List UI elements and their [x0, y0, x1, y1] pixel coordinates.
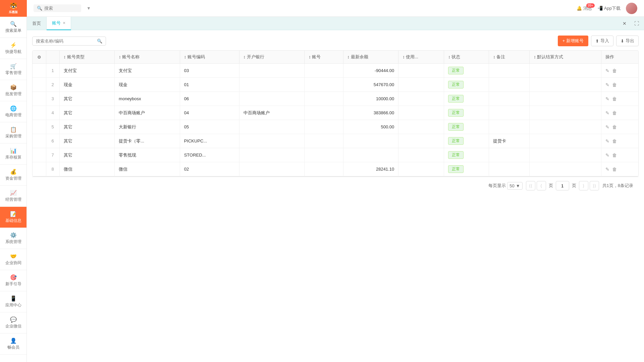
row-actions: ✎ 🗑 — [601, 162, 638, 176]
search-input[interactable] — [36, 39, 95, 44]
tab-account-close[interactable]: ✕ — [63, 21, 65, 25]
sidebar-item-inventory-label: 库存核算 — [1, 155, 25, 160]
col-remark-header[interactable]: ↕ 备注 — [489, 51, 530, 64]
sidebar-item-quick-nav-label: 快捷导航 — [1, 49, 25, 55]
sidebar-item-system-mgmt[interactable]: ⚙️ 系统管理 — [0, 228, 26, 249]
row-status: 正常 — [444, 106, 489, 120]
page-size-dropdown[interactable]: 50 ▼ — [507, 182, 522, 190]
tab-home[interactable]: 首页 — [27, 17, 47, 30]
page-last-button[interactable]: ⟩⟩ — [590, 181, 599, 190]
sidebar-item-ecommerce-mgmt[interactable]: 🌐 电商管理 — [0, 101, 26, 122]
status-badge: 正常 — [448, 95, 464, 103]
page-next-button[interactable]: ⟩ — [579, 181, 588, 190]
import-button[interactable]: ⬆ 导入 — [591, 36, 613, 46]
row-latest-balance: -90444.00 — [343, 64, 398, 78]
sidebar-item-inventory[interactable]: 📊 库存核算 — [0, 143, 26, 165]
col-latest-balance-header[interactable]: ↕ 最新余额 — [343, 51, 398, 64]
sidebar-item-purchase-mgmt[interactable]: 📋 采购管理 — [0, 122, 26, 143]
edit-icon[interactable]: ✎ — [605, 68, 609, 73]
row-index: 5 — [46, 120, 59, 134]
delete-icon[interactable]: 🗑 — [612, 153, 617, 158]
table-row: 1 支付宝 支付宝 03 -90444.00 正常 ✎ 🗑 — [33, 64, 638, 78]
sidebar-item-enterprise-agreement[interactable]: 🤝 企业协同 — [0, 249, 26, 270]
add-account-button[interactable]: + 新增账号 — [558, 36, 588, 46]
sidebar-item-app-center[interactable]: 📱 应用中心 — [0, 291, 26, 312]
sidebar-item-enterprise-wechat[interactable]: 💬 企业微信 — [0, 312, 26, 334]
row-status: 正常 — [444, 148, 489, 162]
row-account-type: 其它 — [59, 134, 115, 148]
col-account-no-header[interactable]: ↕ 账号 — [305, 51, 343, 64]
tab-maximize-button[interactable]: ⛶ — [632, 19, 641, 28]
export-button[interactable]: ⬇ 导出 — [616, 36, 639, 46]
sidebar-item-member[interactable]: 👤 畅会员 — [0, 334, 26, 355]
messages-badge: 99+ — [586, 3, 595, 8]
row-usage — [398, 134, 444, 148]
sidebar-item-wholesale-mgmt[interactable]: 📦 批发管理 — [0, 80, 26, 101]
page-prev-button[interactable]: ⟨ — [537, 181, 546, 190]
sidebar-item-basic-info[interactable]: 📝 基础信息 — [0, 207, 26, 228]
delete-icon[interactable]: 🗑 — [612, 96, 617, 102]
status-badge: 正常 — [448, 81, 464, 88]
sidebar-item-finance-mgmt[interactable]: 💰 资金管理 — [0, 165, 26, 186]
edit-icon[interactable]: ✎ — [605, 82, 609, 87]
col-usage-header[interactable]: ↕ 使用... — [398, 51, 444, 64]
delete-icon[interactable]: 🗑 — [612, 110, 617, 116]
app-download-button[interactable]: 📲 App下载 — [597, 5, 621, 11]
col-account-type-header[interactable]: ↕ 账号类型 — [59, 51, 115, 64]
edit-icon[interactable]: ✎ — [605, 138, 609, 144]
col-account-name-header[interactable]: ↕ 账号名称 — [115, 51, 180, 64]
tab-close-button[interactable]: ✕ — [620, 19, 629, 28]
delete-icon[interactable]: 🗑 — [612, 138, 617, 144]
col-default-settlement-header[interactable]: ↕ 默认结算方式 — [530, 51, 601, 64]
topbar-search-box[interactable]: 🔍 — [34, 4, 81, 12]
row-account-no — [305, 162, 343, 176]
edit-icon[interactable]: ✎ — [605, 110, 609, 116]
sidebar-item-new-guide[interactable]: 🎯 新手引导 — [0, 270, 26, 291]
edit-icon[interactable]: ✎ — [605, 96, 609, 102]
page-first-button[interactable]: ⟨⟨ — [526, 181, 535, 190]
col-opening-bank-header[interactable]: ↕ 开户银行 — [239, 51, 305, 64]
page-number-input[interactable]: 1 — [556, 181, 569, 190]
sidebar-item-retail-mgmt[interactable]: 🛒 零售管理 — [0, 59, 26, 80]
row-account-no — [305, 64, 343, 78]
sidebar-item-search-menu[interactable]: 🔍 搜索菜单 — [0, 17, 26, 38]
sidebar-item-quick-nav[interactable]: ⚡ 快捷导航 — [0, 38, 26, 59]
table-row: 8 微信 微信 02 28241.10 正常 ✎ 🗑 — [33, 162, 638, 176]
row-account-name: 零售抵现 — [115, 148, 180, 162]
topbar-search-input[interactable] — [44, 6, 78, 11]
row-actions: ✎ 🗑 — [601, 78, 638, 92]
basic-info-icon: 📝 — [1, 211, 25, 217]
search-icon: 🔍 — [97, 39, 102, 44]
edit-icon[interactable]: ✎ — [605, 153, 609, 158]
total-info: 共1页，8条记录 — [602, 183, 633, 189]
row-account-no — [305, 92, 343, 106]
edit-icon[interactable]: ✎ — [605, 167, 609, 172]
purchase-icon: 📋 — [1, 126, 25, 133]
sidebar-item-search-menu-label: 搜索菜单 — [1, 28, 25, 34]
row-default-settlement — [530, 162, 601, 176]
delete-icon[interactable]: 🗑 — [612, 68, 617, 73]
row-default-settlement — [530, 92, 601, 106]
sidebar-item-operation-mgmt[interactable]: 📈 经营管理 — [0, 186, 26, 207]
delete-icon[interactable]: 🗑 — [612, 124, 617, 130]
row-remark — [489, 162, 530, 176]
page-size-value: 50 — [509, 183, 514, 188]
row-remark — [489, 92, 530, 106]
row-latest-balance: 383866.00 — [343, 106, 398, 120]
finance-icon: 💰 — [1, 169, 25, 175]
pagination-bar: 每页显示 50 ▼ ⟨⟨ ⟨ 页 1 页 ⟩ ⟩⟩ 共1页，8条记录 — [32, 177, 639, 194]
messages-button[interactable]: 🔔 消息 99+ — [577, 5, 592, 11]
delete-icon[interactable]: 🗑 — [612, 82, 617, 87]
col-account-code-header[interactable]: ↕ 账号编码 — [180, 51, 239, 64]
user-avatar[interactable] — [626, 3, 637, 14]
col-gear-header[interactable]: ⚙ — [33, 51, 46, 64]
delete-icon[interactable]: 🗑 — [612, 167, 617, 172]
search-box[interactable]: 🔍 — [32, 37, 106, 46]
main-content: 🔍 ▼ 🔔 消息 99+ 📲 App下载 首页 账号 ✕ — [27, 0, 644, 362]
row-account-name: 中百商场账户 — [115, 106, 180, 120]
edit-icon[interactable]: ✎ — [605, 124, 609, 130]
col-status-header[interactable]: ↕ 状态 — [444, 51, 489, 64]
row-actions: ✎ 🗑 — [601, 106, 638, 120]
tab-account[interactable]: 账号 ✕ — [47, 17, 71, 30]
row-account-name: 支付宝 — [115, 64, 180, 78]
